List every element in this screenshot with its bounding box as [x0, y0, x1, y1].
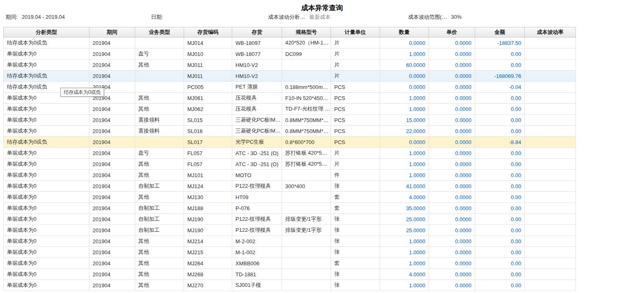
- column-header-6[interactable]: 规格型号: [282, 27, 331, 38]
- table-cell: SL015: [184, 115, 232, 126]
- table-cell: 片: [331, 159, 380, 170]
- table-cell: 201904: [89, 104, 135, 115]
- table-cell: [525, 170, 576, 181]
- table-cell: WB-18097: [232, 38, 282, 49]
- table-cell: SJ001子模: [232, 280, 282, 291]
- table-cell: 0.0000: [429, 60, 475, 71]
- table-cell: [525, 236, 576, 247]
- table-cell: 0.0000: [429, 247, 475, 258]
- table-cell: 结存成本为0或负: [4, 137, 89, 148]
- table-cell: 张: [331, 247, 380, 258]
- table-cell: 片: [331, 71, 380, 82]
- table-cell: 单据成本为0: [4, 192, 89, 203]
- filter-range: 成本波动范围(… 30%: [408, 13, 462, 21]
- table-row[interactable]: 单据成本为0201904盘亏FL057ATC - 3D -251 (O)苏打铬板…: [4, 148, 576, 159]
- column-header-11[interactable]: 成本波动率: [525, 27, 576, 38]
- table-row[interactable]: 单据成本为0201904其他MJ268TD-1881张4.00000.00000…: [4, 269, 576, 280]
- table-cell: [282, 71, 331, 82]
- table-row[interactable]: 单据成本为0201904其他MJ011HM10-V2片60.00000.0000…: [4, 60, 576, 71]
- table-cell: 0.8*600*700: [282, 137, 331, 148]
- table-cell: F10-IN 520*450…: [282, 93, 331, 104]
- column-header-10[interactable]: 金额: [475, 27, 525, 38]
- table-cell: 0.0000: [429, 126, 475, 137]
- table-row[interactable]: 单据成本为0201904其他MJ264XMBB006套1.00000.00000…: [4, 258, 576, 269]
- table-cell: 201904: [89, 115, 135, 126]
- table-cell: 0.00: [475, 181, 525, 192]
- table-cell: 其他: [135, 159, 184, 170]
- table-cell: 15.0000: [380, 115, 429, 126]
- table-cell: -8.84: [475, 137, 525, 148]
- table-row[interactable]: 结存成本为0或负201904MJ011HM10-V2片0.00000.0000-…: [4, 71, 576, 82]
- table-cell: 压花模具: [232, 93, 282, 104]
- table-cell: MJ215: [184, 247, 232, 258]
- column-header-7[interactable]: 计量单位: [331, 27, 380, 38]
- range-value[interactable]: 30%: [451, 14, 462, 20]
- table-row[interactable]: 单据成本为0201904其他MJ270SJ001子模张1.00000.00000…: [4, 280, 576, 291]
- table-cell: 单据成本为0: [4, 159, 89, 170]
- table-cell: 结存成本为0或负: [4, 38, 89, 49]
- column-header-8[interactable]: 数量: [380, 27, 429, 38]
- table-row[interactable]: 单据成本为0201904其他MJ101MOTO件1.00000.00000.00: [4, 170, 576, 181]
- table-cell: 35.0000: [380, 203, 429, 214]
- column-header-4[interactable]: 存货编码: [184, 27, 232, 38]
- column-header-1[interactable]: 分析类型: [4, 27, 89, 38]
- table-cell: -18837.50: [475, 38, 525, 49]
- table-cell: 单据成本为0: [4, 181, 89, 192]
- table-row[interactable]: 单据成本为0201904盘亏MJ010WB-18077DC099片1.00000…: [4, 49, 576, 60]
- table-cell: 4.0000: [380, 269, 429, 280]
- table-cell: 排版变更/1字形: [282, 225, 331, 236]
- table-cell: 套: [331, 258, 380, 269]
- table-cell: 0.00: [475, 49, 525, 60]
- column-header-3[interactable]: 业务类型: [135, 27, 184, 38]
- table-cell: 0.0000: [380, 137, 429, 148]
- table-cell: MJ011: [184, 60, 232, 71]
- table-cell: [525, 258, 576, 269]
- table-cell: 张: [331, 214, 380, 225]
- range-label: 成本波动范围(…: [408, 14, 447, 20]
- table-row[interactable]: 单据成本为0201904自制加工MJ190P122-纹理模具排版变更/1字形张2…: [4, 214, 576, 225]
- table-cell: 201904: [89, 203, 135, 214]
- table-row[interactable]: 结存成本为0或负201904MJ014WB-18097420*520（HM-1……: [4, 38, 576, 49]
- table-cell: 0.0000: [429, 181, 475, 192]
- table-cell: 张: [331, 280, 380, 291]
- table-cell: 0.0000: [429, 203, 475, 214]
- table-cell: 201904: [89, 214, 135, 225]
- table-cell: 片: [331, 49, 380, 60]
- table-cell: 0.0000: [429, 214, 475, 225]
- table-row[interactable]: 单据成本为0201904其他MJ062压花模具TD-F7-光柱纹理 …PCS1.…: [4, 104, 576, 115]
- period-value[interactable]: 2019.04 - 2019.04: [22, 14, 65, 20]
- table-cell: 201904: [89, 170, 135, 181]
- table-cell: 单据成本为0: [4, 225, 89, 236]
- table-cell: [525, 38, 576, 49]
- table-cell: MJ270: [184, 280, 232, 291]
- table-cell: 201904: [89, 225, 135, 236]
- column-header-9[interactable]: 单价: [429, 27, 475, 38]
- table-cell: PCS: [331, 93, 380, 104]
- table-cell: [525, 214, 576, 225]
- table-row[interactable]: 单据成本为0201904其他MJ215M-1-002张1.00000.00000…: [4, 247, 576, 258]
- table-row[interactable]: 结存成本为0或负201904SL017光学PC生板0.8*600*700PCS0…: [4, 137, 576, 148]
- table-cell: [135, 38, 184, 49]
- table-cell: 单据成本为0: [4, 148, 89, 159]
- table-row[interactable]: 单据成本为0201904直接领料SL015三菱硬化PC板IM…0.8MM*750…: [4, 115, 576, 126]
- table-row[interactable]: 单据成本为0201904自制加工MJ124P122-纹理模具300*400张41…: [4, 181, 576, 192]
- table-cell: 0.8MM*750MM*…: [282, 115, 331, 126]
- table-row[interactable]: 单据成本为0201904直接领料SL016三菱硬化PC板IM…0.8MM*750…: [4, 126, 576, 137]
- table-cell: MJ011: [184, 71, 232, 82]
- table-row[interactable]: 单据成本为0201904自制加工MJ188P-076套35.00000.0000…: [4, 203, 576, 214]
- table-cell: [525, 71, 576, 82]
- table-cell: 0.0000: [380, 38, 429, 49]
- table-row[interactable]: 单据成本为0201904自制加工MJ190P122-纹理模具排版变更/1字形张2…: [4, 225, 576, 236]
- table-row[interactable]: 单据成本为0201904其他FL057ATC - 3D -251 (O)苏打铬板…: [4, 159, 576, 170]
- column-header-2[interactable]: 期间: [89, 27, 135, 38]
- table-cell: MJ014: [184, 38, 232, 49]
- table-cell: [282, 269, 331, 280]
- column-header-5[interactable]: 存货: [232, 27, 282, 38]
- table-cell: SL016: [184, 126, 232, 137]
- table-cell: P122-纹理模具: [232, 214, 282, 225]
- analysis-value[interactable]: 最新成本: [309, 14, 331, 20]
- filter-date: 日期:: [151, 13, 166, 21]
- table-row[interactable]: 单据成本为0201904其他MJ214M-2-002张1.00000.00000…: [4, 236, 576, 247]
- analysis-label: 成本波动分析…: [268, 14, 305, 20]
- table-row[interactable]: 单据成本为0201904其他MJ130HT09套4.00000.00000.00: [4, 192, 576, 203]
